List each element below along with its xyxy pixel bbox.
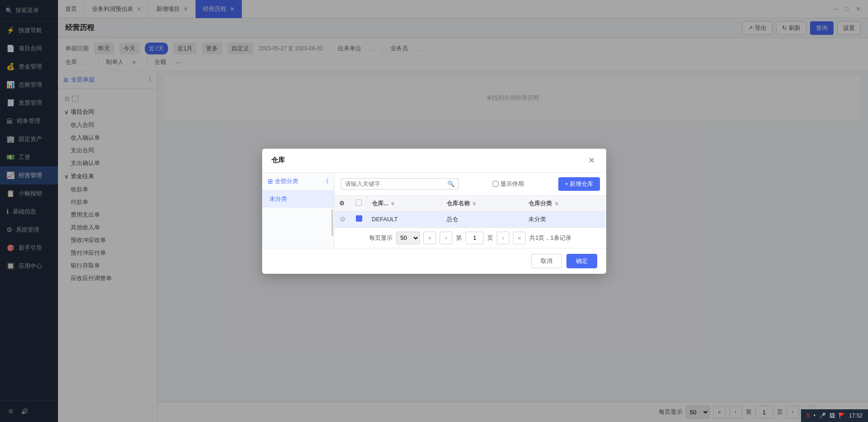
tray-dot-icon: • [814, 412, 815, 419]
modal-col-check[interactable] [351, 196, 367, 212]
modal-col-code[interactable]: 仓库... ⇅ [367, 196, 442, 212]
modal-show-disabled-checkbox[interactable] [493, 181, 499, 187]
modal-page-input[interactable] [465, 232, 484, 244]
modal-table: ⚙ 仓库... ⇅ 仓库名称 [335, 196, 606, 228]
modal-pagination: 每页显示 50 100 « ‹ 第 页 › » 共1页，1条记录 [335, 228, 606, 248]
modal-collapse-icon[interactable]: 《 [323, 177, 329, 185]
modal-prev-page-btn[interactable]: ‹ [440, 232, 452, 244]
row-gear-icon[interactable]: ⚙ [340, 215, 345, 223]
modal-left-all-label: 全部分类 [275, 177, 298, 185]
modal-search-icon[interactable]: 🔍 [447, 180, 455, 187]
modal-per-page-select[interactable]: 50 100 [396, 232, 420, 244]
modal-toolbar: 🔍 显示停用 + 新增仓库 [335, 173, 606, 196]
modal-first-page-btn[interactable]: « [423, 232, 436, 244]
gear4-icon: ⚙ [339, 200, 345, 207]
modal-show-disabled-label[interactable]: 显示停用 [493, 180, 524, 188]
row-checkbox[interactable] [356, 215, 362, 222]
modal-left-uncategorized[interactable]: 未分类 [262, 190, 334, 208]
row-category-cell: 未分类 [524, 211, 606, 227]
sort-code-icon: ⇅ [391, 201, 394, 206]
modal-page-suffix: 页 [487, 234, 493, 242]
modal-right-panel: 🔍 显示停用 + 新增仓库 [335, 173, 606, 248]
modal-col-gear[interactable]: ⚙ [335, 196, 351, 212]
tray-mic-icon: 🎤 [819, 412, 826, 419]
modal-search-wrap: 🔍 [341, 178, 459, 189]
tray-flag-icon: 🚩 [839, 412, 845, 419]
modal-per-page-label: 每页显示 [369, 234, 393, 242]
modal-close-button[interactable]: ✕ [586, 155, 597, 166]
modal-body: ⊞ 全部分类 《 未分类 🔍 [262, 173, 606, 248]
header-checkbox[interactable] [355, 199, 362, 206]
modal-col-name[interactable]: 仓库名称 ⇅ [441, 196, 523, 212]
modal-page-label: 第 [456, 234, 462, 242]
row-name-cell: 总仓 [441, 211, 523, 227]
modal-left-panel: ⊞ 全部分类 《 未分类 [262, 173, 335, 248]
left-scrollbar [331, 209, 333, 236]
modal-title: 仓库 [271, 156, 285, 165]
warehouse-modal: 仓库 ✕ ⊞ 全部分类 《 未分类 [262, 149, 606, 274]
row-gear-cell[interactable]: ⚙ [335, 211, 351, 227]
modal-cancel-button[interactable]: 取消 [531, 254, 562, 268]
modal-footer: 取消 确定 [262, 248, 606, 274]
modal-col-category[interactable]: 仓库分类 ⇅ [524, 196, 606, 212]
sort-name-icon: ⇅ [472, 201, 476, 206]
modal-table-wrap: ⚙ 仓库... ⇅ 仓库名称 [335, 196, 606, 228]
modal-last-page-btn[interactable]: » [513, 232, 526, 244]
modal-overlay: 仓库 ✕ ⊞ 全部分类 《 未分类 [0, 0, 868, 422]
sys-tray: S • 🎤 🖼 🚩 17:52 [801, 409, 868, 422]
row-check-cell[interactable] [351, 211, 367, 227]
modal-add-warehouse-button[interactable]: + 新增仓库 [558, 177, 599, 191]
modal-left-header: ⊞ 全部分类 《 [262, 173, 334, 190]
tray-image-icon: 🖼 [830, 412, 835, 419]
table-row[interactable]: ⚙ DEFAULT 总仓 未分类 [335, 211, 606, 227]
tray-time: 17:52 [849, 412, 863, 419]
tray-s-logo: S [806, 412, 810, 419]
modal-confirm-button[interactable]: 确定 [566, 254, 597, 268]
row-code-cell: DEFAULT [367, 211, 442, 227]
modal-search-input[interactable] [345, 180, 446, 187]
modal-left-all[interactable]: ⊞ 全部分类 [268, 177, 298, 185]
modal-next-page-btn[interactable]: › [497, 232, 509, 244]
modal-total-label: 共1页，1条记录 [529, 234, 571, 242]
grid3-icon: ⊞ [268, 178, 273, 185]
modal-header: 仓库 ✕ [262, 149, 606, 173]
sort-category-icon: ⇅ [555, 201, 558, 206]
